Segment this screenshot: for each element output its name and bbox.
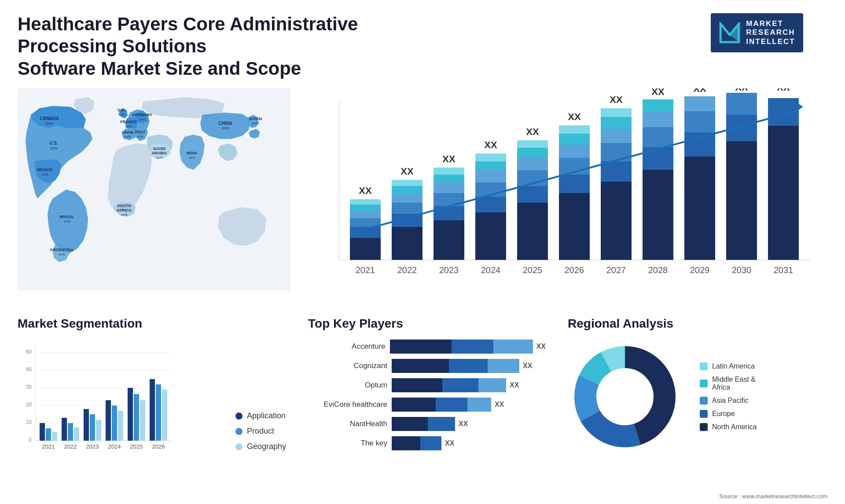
legend-color-mea — [700, 380, 708, 387]
svg-rect-97 — [726, 93, 757, 115]
svg-rect-80 — [601, 161, 632, 182]
svg-text:FRANCE: FRANCE — [120, 120, 137, 124]
legend-label-geography: Geography — [247, 442, 286, 451]
svg-rect-93 — [684, 111, 715, 132]
svg-rect-58 — [475, 212, 506, 260]
svg-rect-69 — [517, 148, 548, 158]
bar-chart-section: XX XX XX XX — [295, 84, 841, 310]
player-name-optum: Optum — [308, 381, 387, 390]
legend-color-europe — [700, 410, 708, 418]
svg-rect-77 — [559, 125, 590, 134]
bar-seg-1 — [390, 340, 452, 354]
svg-rect-73 — [559, 175, 590, 193]
legend-apac: Asia Pacific — [700, 397, 757, 405]
legend-north-america: North America — [700, 423, 757, 431]
svg-rect-55 — [434, 175, 464, 183]
svg-text:SOUTH: SOUTH — [117, 204, 131, 208]
svg-rect-47 — [392, 194, 422, 203]
svg-text:xx%: xx% — [221, 126, 229, 130]
svg-rect-92 — [684, 132, 715, 157]
svg-text:XX: XX — [651, 88, 665, 97]
svg-text:XX: XX — [484, 139, 497, 150]
player-name-thekey: The key — [308, 439, 387, 448]
svg-rect-132 — [52, 432, 57, 441]
logo-icon — [719, 22, 741, 44]
player-row-optum: Optum XX — [308, 378, 546, 392]
svg-rect-139 — [106, 400, 111, 441]
svg-text:2030: 2030 — [732, 265, 752, 275]
source-text: Source : www.marketresearchintellect.com — [719, 493, 827, 500]
legend-color-apac — [700, 397, 708, 405]
svg-text:2021: 2021 — [356, 265, 375, 275]
svg-text:20: 20 — [26, 402, 32, 408]
legend-label-mea: Middle East &Africa — [712, 376, 756, 391]
svg-rect-86 — [643, 170, 673, 260]
svg-rect-82 — [601, 129, 632, 143]
svg-rect-87 — [643, 147, 673, 170]
legend-latin-america: Latin America — [700, 362, 757, 370]
svg-text:CHINA: CHINA — [218, 121, 232, 126]
player-name-evicore: EviCore healthcare — [308, 400, 387, 409]
svg-text:xx%: xx% — [63, 219, 70, 223]
legend-item-geography: Geography — [235, 442, 286, 451]
svg-text:40: 40 — [26, 366, 32, 373]
players-section: Top Key Players Accenture XX Cognizant — [295, 312, 559, 469]
svg-text:xx%: xx% — [118, 113, 125, 117]
svg-text:JAPAN: JAPAN — [249, 117, 262, 121]
growth-chart: XX XX XX XX — [304, 88, 832, 304]
player-bar-accenture: XX — [390, 340, 546, 354]
svg-text:SPAIN: SPAIN — [122, 130, 134, 135]
players-title: Top Key Players — [308, 317, 546, 331]
svg-rect-145 — [150, 379, 155, 441]
svg-text:2022: 2022 — [64, 443, 77, 450]
svg-text:xx%: xx% — [50, 146, 57, 150]
segmentation-title: Market Segmentation — [18, 317, 286, 331]
map-section: CANADA xx% U.S. xx% MEXICO xx% BRAZIL xx… — [9, 84, 295, 310]
svg-text:2024: 2024 — [108, 443, 121, 450]
svg-text:xx%: xx% — [252, 121, 258, 125]
svg-text:INDIA: INDIA — [187, 151, 198, 155]
bar-seg-3 — [493, 340, 533, 354]
svg-text:2029: 2029 — [690, 265, 710, 275]
svg-rect-44 — [392, 227, 422, 260]
svg-rect-41 — [350, 205, 381, 211]
svg-rect-131 — [46, 428, 51, 441]
segmentation-chart-area: 0 10 20 30 40 60 — [18, 340, 286, 464]
svg-rect-63 — [475, 153, 506, 161]
legend-dot-product — [235, 428, 242, 435]
player-name-cognizant: Cognizant — [308, 362, 387, 370]
segmentation-section: Market Segmentation 0 10 20 3 — [9, 312, 295, 469]
player-bar-nanthealth: XX — [392, 417, 546, 431]
svg-text:ARGENTINA: ARGENTINA — [50, 248, 73, 252]
svg-rect-141 — [118, 411, 123, 441]
svg-rect-83 — [601, 117, 632, 129]
bar-seg-2 — [452, 340, 493, 354]
legend-color-na — [700, 423, 708, 431]
player-xx-evicore: XX — [495, 401, 504, 409]
svg-rect-147 — [162, 390, 167, 441]
svg-text:XX: XX — [777, 88, 790, 93]
svg-rect-72 — [559, 193, 590, 260]
player-row-evicore: EviCore healthcare XX — [308, 398, 546, 412]
legend-mea: Middle East &Africa — [700, 376, 757, 391]
svg-rect-91 — [684, 157, 715, 260]
legend-label-product: Product — [247, 427, 274, 436]
svg-text:xx%: xx% — [188, 156, 195, 160]
svg-text:10: 10 — [26, 419, 32, 425]
svg-rect-98 — [768, 126, 799, 260]
svg-rect-137 — [90, 414, 95, 441]
bottom-sections: Market Segmentation 0 10 20 3 — [0, 310, 845, 478]
svg-rect-66 — [517, 186, 548, 203]
svg-rect-144 — [140, 400, 145, 441]
player-bar-evicore: XX — [392, 398, 546, 412]
svg-rect-94 — [684, 96, 715, 111]
svg-rect-48 — [392, 186, 422, 194]
svg-rect-65 — [517, 203, 548, 260]
svg-rect-54 — [434, 183, 464, 193]
svg-text:CANADA: CANADA — [40, 116, 59, 121]
svg-rect-46 — [392, 203, 422, 214]
svg-text:xx%: xx% — [45, 121, 53, 126]
svg-rect-76 — [559, 134, 590, 145]
svg-rect-56 — [434, 168, 464, 175]
svg-text:2024: 2024 — [481, 265, 501, 275]
